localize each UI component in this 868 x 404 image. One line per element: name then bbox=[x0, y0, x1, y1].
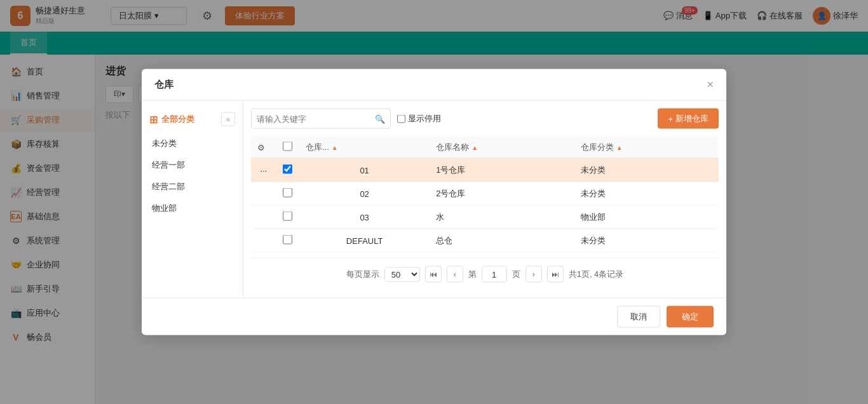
row-name-3: 水 bbox=[430, 205, 574, 229]
row-name-4: 总仓 bbox=[430, 229, 574, 252]
row-category-2: 未分类 bbox=[574, 182, 719, 205]
search-input[interactable] bbox=[257, 114, 375, 123]
row-name-1: 1号仓库 bbox=[430, 158, 574, 182]
all-categories-label: 全部分类 bbox=[161, 114, 194, 125]
select-all-checkbox[interactable] bbox=[283, 142, 292, 151]
row-checkbox-4[interactable] bbox=[276, 229, 299, 252]
warehouse-modal: 仓库 × ⊞ 全部分类 « 未分类 经营一部 经营二部 物业部 🔍 bbox=[142, 69, 726, 335]
row-checkbox-2[interactable] bbox=[276, 182, 299, 205]
total-info: 共1页, 4条记录 bbox=[569, 269, 624, 280]
last-page-btn[interactable]: ⏭ bbox=[547, 266, 564, 283]
modal-footer: 取消 确定 bbox=[142, 298, 726, 335]
table-header-row: ⚙ 仓库... ▲ bbox=[251, 137, 719, 159]
row-gear-1: ··· bbox=[251, 158, 276, 182]
page-label: 第 bbox=[468, 269, 477, 280]
row-num-1: 01 bbox=[299, 158, 430, 182]
sort-name-icon: ▲ bbox=[471, 144, 478, 151]
row-num-4: DEFAULT bbox=[299, 229, 430, 252]
row-checkbox-1[interactable] bbox=[276, 158, 299, 182]
next-page-btn[interactable]: › bbox=[526, 266, 542, 283]
table-row[interactable]: DEFAULT 总仓 未分类 bbox=[251, 229, 719, 252]
table-container: ⚙ 仓库... ▲ bbox=[251, 137, 719, 253]
table-row[interactable]: ··· 01 1号仓库 未分类 bbox=[251, 158, 719, 182]
show-disabled-label: 显示停用 bbox=[408, 113, 441, 125]
show-disabled-checkbox[interactable] bbox=[397, 114, 405, 123]
modal-content-area: 🔍 显示停用 + 新增仓库 ⚙ bbox=[243, 101, 726, 298]
category-sidebar: ⊞ 全部分类 « 未分类 经营一部 经营二部 物业部 bbox=[142, 101, 243, 298]
modal-close-button[interactable]: × bbox=[707, 78, 714, 91]
gear-header-icon: ⚙ bbox=[257, 142, 265, 152]
category-item-uncategorized[interactable]: 未分类 bbox=[142, 133, 243, 154]
per-page-select[interactable]: 50 100 200 bbox=[384, 267, 420, 281]
page-number-input[interactable] bbox=[482, 266, 507, 283]
show-disabled-checkbox-label[interactable]: 显示停用 bbox=[397, 113, 441, 125]
row-checkbox-3[interactable] bbox=[276, 205, 299, 229]
row-num-2: 02 bbox=[299, 182, 430, 205]
add-warehouse-label: 新增仓库 bbox=[675, 113, 709, 125]
table-row[interactable]: 03 水 物业部 bbox=[251, 205, 719, 229]
row-category-3: 物业部 bbox=[574, 205, 719, 229]
row-num-3: 03 bbox=[299, 205, 430, 229]
confirm-button[interactable]: 确定 bbox=[667, 306, 714, 328]
cancel-button[interactable]: 取消 bbox=[617, 306, 660, 328]
th-checkbox bbox=[276, 137, 299, 159]
search-icon[interactable]: 🔍 bbox=[375, 114, 385, 123]
per-page-label: 每页显示 bbox=[346, 269, 379, 280]
row-gear-3 bbox=[251, 205, 276, 229]
add-warehouse-button[interactable]: + 新增仓库 bbox=[658, 109, 719, 129]
row-category-1: 未分类 bbox=[574, 158, 719, 182]
grid-icon: ⊞ bbox=[149, 113, 158, 125]
th-name: 仓库名称 ▲ bbox=[430, 137, 574, 159]
th-gear: ⚙ bbox=[251, 137, 276, 159]
category-item-property[interactable]: 物业部 bbox=[142, 198, 243, 219]
warehouse-table: ⚙ 仓库... ▲ bbox=[251, 137, 719, 253]
row-category-4: 未分类 bbox=[574, 229, 719, 252]
category-item-ops1[interactable]: 经营一部 bbox=[142, 154, 243, 176]
row-name-2: 2号仓库 bbox=[430, 182, 574, 205]
table-row[interactable]: 02 2号仓库 未分类 bbox=[251, 182, 719, 205]
row-gear-2 bbox=[251, 182, 276, 205]
first-page-btn[interactable]: ⏮ bbox=[425, 266, 442, 283]
category-header: ⊞ 全部分类 « bbox=[142, 109, 243, 133]
modal-toolbar: 🔍 显示停用 + 新增仓库 bbox=[251, 109, 719, 129]
sort-category-icon: ▲ bbox=[616, 144, 623, 151]
th-code: 仓库... ▲ bbox=[299, 137, 430, 159]
modal-header: 仓库 × bbox=[142, 69, 726, 101]
plus-icon: + bbox=[668, 114, 673, 123]
all-categories-btn[interactable]: ⊞ 全部分类 bbox=[149, 113, 194, 125]
sort-code-icon: ▲ bbox=[332, 144, 338, 151]
category-item-ops2[interactable]: 经营二部 bbox=[142, 176, 243, 198]
pagination: 每页显示 50 100 200 ⏮ ‹ 第 页 › ⏭ 共1页, 4条记录 bbox=[251, 258, 719, 290]
category-collapse-btn[interactable]: « bbox=[221, 112, 235, 126]
th-category: 仓库分类 ▲ bbox=[574, 137, 719, 159]
modal-title: 仓库 bbox=[154, 79, 173, 91]
page-suffix: 页 bbox=[512, 269, 520, 280]
row-gear-4 bbox=[251, 229, 276, 252]
modal-body: ⊞ 全部分类 « 未分类 经营一部 经营二部 物业部 🔍 显示停用 bbox=[142, 101, 726, 298]
search-box: 🔍 bbox=[251, 109, 391, 129]
prev-page-btn[interactable]: ‹ bbox=[447, 266, 463, 283]
